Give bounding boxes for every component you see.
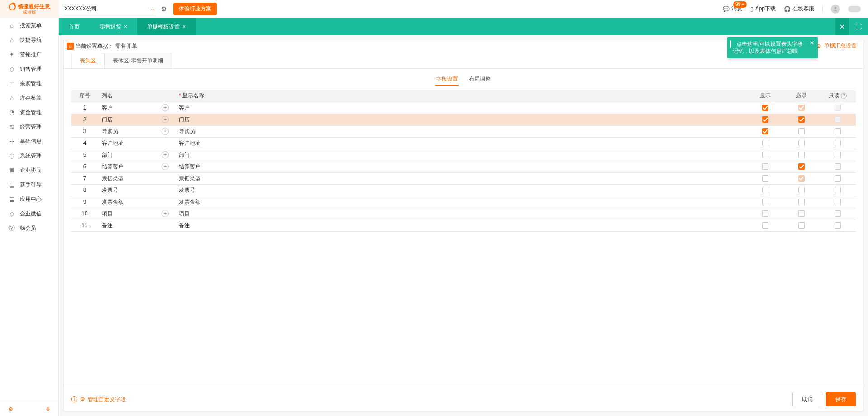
cell-display[interactable]: 客户地址 [175,137,747,149]
checkbox[interactable] [835,175,841,182]
messages-link[interactable]: 💬 消息 99 + [723,5,742,13]
hint-close[interactable]: ✕ [810,39,814,47]
sidebar-item-0[interactable]: ⌕搜索菜单 [0,18,58,33]
sidebar-item-label: 基础信息 [20,138,42,145]
checkbox[interactable] [762,105,768,111]
checkbox[interactable] [798,210,805,217]
add-field-button[interactable]: + [162,151,169,158]
experience-button[interactable]: 体验行业方案 [173,3,217,15]
sidebar-item-11[interactable]: ▤新手引导 [0,177,58,192]
cell-display[interactable]: 部门 [175,149,747,161]
checkbox[interactable] [762,222,768,229]
checkbox[interactable] [798,128,805,134]
sidebar-item-7[interactable]: ≋经营管理 [0,120,58,134]
checkbox[interactable] [762,163,768,170]
gear-icon[interactable]: ⚙ [8,406,13,412]
sidebar-item-3[interactable]: ◇销售管理 [0,62,58,76]
table-row[interactable]: 7票据类型票据类型 [71,172,856,184]
checkbox[interactable] [835,187,841,193]
sidebar-item-4[interactable]: ▭采购管理 [0,76,58,91]
sidebar-item-13[interactable]: ◇企业微信 [0,206,58,221]
avatar[interactable] [831,5,840,14]
cell-display[interactable]: 备注 [175,220,747,231]
save-button[interactable]: 保存 [826,392,856,406]
sidebar-item-2[interactable]: ✦营销推广 [0,47,58,62]
config-tab-1[interactable]: 布局调整 [468,73,491,86]
table-row[interactable]: 9发票金额发票金额 [71,196,856,208]
table-row[interactable]: 10项目+项目 [71,208,856,220]
page-tab-2[interactable]: 单据模板设置× [137,18,196,35]
tab-close-icon[interactable]: × [124,24,127,30]
area-tab-0[interactable]: 表头区 [71,53,105,68]
checkbox[interactable] [798,187,805,193]
company-select[interactable]: XXXXXX公司 ⌄ [64,3,155,15]
checkbox[interactable] [798,163,805,170]
checkbox[interactable] [798,152,805,158]
checkbox[interactable] [762,152,768,158]
table-row[interactable]: 3导购员+导购员 [71,125,856,137]
checkbox[interactable] [762,210,768,217]
sidebar-item-10[interactable]: ▣企业协同 [0,163,58,177]
add-field-button[interactable]: + [162,116,169,123]
page-tab-1[interactable]: 零售退货× [90,18,137,35]
collapse-icon[interactable]: ⤋ [46,406,50,412]
page-tab-0[interactable]: 首页 [59,18,90,35]
tab-close-icon[interactable]: × [182,24,186,30]
sidebar-item-9[interactable]: ◌系统管理 [0,148,58,163]
app-download-link[interactable]: ▯ App下载 [750,5,776,13]
help-icon[interactable]: ? [841,93,847,99]
sidebar-item-1[interactable]: ⌂快捷导航 [0,33,58,47]
checkbox[interactable] [762,116,768,123]
cell-display[interactable]: 导购员 [175,125,747,137]
tab-close-all[interactable]: ✕ [835,18,849,35]
checkbox[interactable] [762,175,768,182]
checkbox[interactable] [798,199,805,205]
add-field-button[interactable]: + [162,104,169,111]
expand-arrow-icon[interactable]: » [67,43,74,50]
settings-icon[interactable]: ⚙ [161,5,167,13]
cell-display[interactable]: 项目 [175,208,747,220]
sidebar-item-8[interactable]: ☷基础信息 [0,134,58,148]
cell-display[interactable]: 结算客户 [175,161,747,172]
sidebar-item-5[interactable]: ⌂库存核算 [0,91,58,105]
checkbox[interactable] [762,140,768,146]
cell-display[interactable]: 票据类型 [175,172,747,184]
cell-display[interactable]: 门店 [175,114,747,125]
table-row[interactable]: 11备注备注 [71,220,856,231]
sidebar-item-14[interactable]: Ⓥ畅会员 [0,221,58,235]
table-row[interactable]: 1客户+客户 [71,102,856,114]
checkbox[interactable] [798,116,805,123]
add-field-button[interactable]: + [162,210,169,217]
checkbox[interactable] [798,140,805,146]
checkbox[interactable] [835,152,841,158]
table-row[interactable]: 6结算客户+结算客户 [71,161,856,172]
checkbox[interactable] [835,128,841,134]
config-tab-0[interactable]: 字段设置 [435,73,459,86]
checkbox[interactable] [762,187,768,193]
add-field-button[interactable]: + [162,163,169,170]
cancel-button[interactable]: 取消 [792,392,822,406]
checkbox[interactable] [762,199,768,205]
table-row[interactable]: 5部门+部门 [71,149,856,161]
table-row[interactable]: 4客户地址客户地址 [71,137,856,149]
checkbox[interactable] [835,163,841,170]
cell-display[interactable]: 发票号 [175,184,747,196]
checkbox[interactable] [835,210,841,217]
sidebar-item-6[interactable]: ◔资金管理 [0,105,58,120]
fullscreen-toggle[interactable]: ⛶ [852,18,865,35]
checkbox[interactable] [835,222,841,229]
checkbox[interactable] [762,128,768,134]
checkbox[interactable] [798,222,805,229]
table-row[interactable]: 2门店+门店 [71,114,856,125]
checkbox[interactable] [835,199,841,205]
cell-display[interactable]: 发票金额 [175,196,747,208]
table-row[interactable]: 8发票号发票号 [71,184,856,196]
area-tab-1[interactable]: 表体区-零售开单明细 [104,53,172,68]
online-service-link[interactable]: 🎧 在线客服 [784,5,814,13]
manage-custom-fields[interactable]: i ⚙ 管理自定义字段 [71,396,126,403]
user-name[interactable] [848,6,861,12]
sidebar-item-12[interactable]: ⬓应用中心 [0,192,58,206]
add-field-button[interactable]: + [162,128,169,135]
cell-display[interactable]: 客户 [175,102,747,114]
checkbox[interactable] [835,140,841,146]
